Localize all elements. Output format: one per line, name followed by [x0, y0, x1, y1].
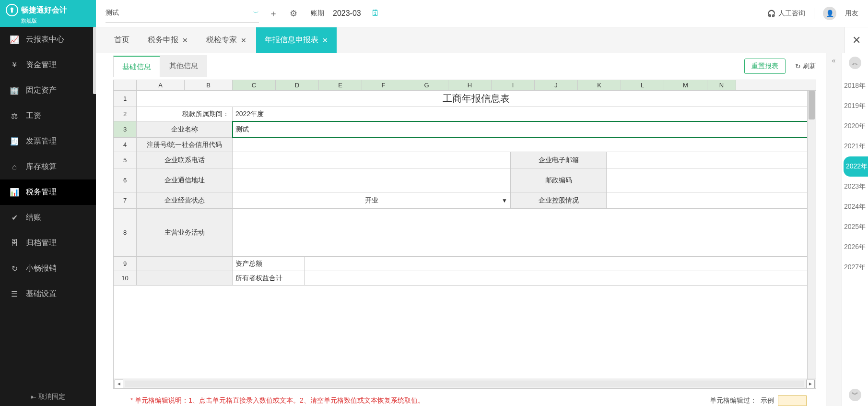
cell-postcode-value[interactable]	[607, 168, 816, 192]
year-2018[interactable]: 2018年	[842, 76, 868, 96]
tab-tax-declare[interactable]: 税务申报✕	[139, 27, 197, 53]
cell-equity-label[interactable]: 所有者权益合计	[233, 271, 305, 285]
tab-home[interactable]: 首页	[106, 27, 138, 53]
sidebar-unpin[interactable]: ⇤ 取消固定	[0, 388, 96, 406]
cell-assets-label[interactable]: 资产总额	[233, 257, 305, 271]
company-select[interactable]: 测试 ﹀	[106, 4, 259, 23]
sidebar-item-closing[interactable]: ✔结账	[0, 205, 96, 230]
cell-company-name-value[interactable]: 测试	[233, 121, 816, 137]
col-J[interactable]: J	[535, 80, 578, 90]
row-header-5[interactable]: 5	[114, 152, 137, 168]
row-header-4[interactable]: 4	[114, 138, 137, 152]
cell-assets-value[interactable]	[305, 257, 816, 271]
year-2025[interactable]: 2025年	[842, 217, 868, 237]
consult-link[interactable]: 🎧 人工咨询	[767, 9, 805, 18]
row-header-2[interactable]: 2	[114, 107, 137, 121]
col-B[interactable]: B	[185, 80, 233, 90]
sidebar-item-reports[interactable]: 📈云报表中心	[0, 27, 96, 52]
sidebar-item-settings[interactable]: ☰基础设置	[0, 281, 96, 307]
cell-reg-no-label[interactable]: 注册号/统一社会信用代码	[137, 138, 233, 152]
subtab-basic[interactable]: 基础信息	[113, 56, 160, 77]
tab-annual-report[interactable]: 年报信息申报表✕	[256, 27, 337, 53]
row-header-9[interactable]: 9	[114, 257, 137, 271]
gear-icon[interactable]: ⚙	[288, 8, 299, 19]
close-icon[interactable]: ✕	[322, 36, 328, 44]
cell-period-label[interactable]: 税款所属期间：	[137, 107, 233, 121]
cell-holding-value[interactable]	[607, 192, 816, 208]
cell-phone-value[interactable]	[233, 152, 511, 168]
sheet-title[interactable]: 工商年报信息表	[137, 91, 816, 107]
scroll-right-icon[interactable]: ►	[806, 380, 815, 388]
col-I[interactable]: I	[492, 80, 535, 90]
cell-phone-label[interactable]: 企业联系电话	[137, 152, 233, 168]
cell-email-label[interactable]: 企业电子邮箱	[511, 152, 607, 168]
sidebar-item-assets[interactable]: 🏢固定资产	[0, 78, 96, 103]
col-A[interactable]: A	[137, 80, 185, 90]
year-2023[interactable]: 2023年	[842, 177, 868, 197]
avatar[interactable]: 👤	[823, 7, 836, 20]
select-all-corner[interactable]	[114, 80, 137, 90]
close-all-icon[interactable]: ✕	[844, 27, 868, 53]
cell-address-label[interactable]: 企业通信地址	[137, 168, 233, 192]
col-D[interactable]: D	[276, 80, 319, 90]
scroll-thumb[interactable]	[809, 91, 815, 119]
sidebar-item-invoice[interactable]: 🧾发票管理	[0, 129, 96, 154]
refresh-button[interactable]: ↻ 刷新	[795, 62, 816, 71]
username[interactable]: 用友	[845, 9, 858, 18]
row-header-6[interactable]: 6	[114, 168, 137, 192]
cell-business-label[interactable]: 主营业务活动	[137, 209, 233, 256]
add-icon[interactable]: ＋	[268, 8, 279, 19]
row-header-1[interactable]: 1	[114, 91, 137, 107]
sidebar-item-tax[interactable]: 📊税务管理	[0, 179, 96, 205]
year-2019[interactable]: 2019年	[842, 96, 868, 116]
cell-equity-value[interactable]	[305, 271, 816, 285]
year-2024[interactable]: 2024年	[842, 197, 868, 217]
rail-down-icon[interactable]: ︾	[849, 389, 861, 401]
cell-r10-blank[interactable]	[137, 271, 233, 285]
col-N[interactable]: N	[707, 80, 736, 90]
cell-address-value[interactable]	[233, 168, 511, 192]
row-header-7[interactable]: 7	[114, 192, 137, 208]
cell-status-label[interactable]: 企业经营状态	[137, 192, 233, 208]
col-L[interactable]: L	[621, 80, 664, 90]
cell-email-value[interactable]	[607, 152, 816, 168]
cell-reg-no-value[interactable]	[233, 138, 816, 152]
rail-collapse[interactable]: «	[826, 53, 841, 406]
cell-company-name-label[interactable]: 企业名称	[137, 121, 233, 137]
period-value[interactable]: 2023-03	[333, 9, 361, 18]
sidebar-item-archive[interactable]: 🗄归档管理	[0, 230, 96, 256]
rail-up-icon[interactable]: ︽	[849, 57, 861, 69]
horizontal-scrollbar[interactable]: ◄ ►	[114, 379, 816, 388]
sidebar-item-expense[interactable]: ↻小畅报销	[0, 256, 96, 281]
col-E[interactable]: E	[319, 80, 362, 90]
tab-tax-expert[interactable]: 税检专家✕	[198, 27, 255, 53]
reset-button[interactable]: 重置报表	[744, 59, 786, 74]
cell-postcode-label[interactable]: 邮政编码	[511, 168, 607, 192]
sidebar-item-funds[interactable]: ￥资金管理	[0, 52, 96, 78]
year-2026[interactable]: 2026年	[842, 237, 868, 257]
col-M[interactable]: M	[664, 80, 707, 90]
row-header-10[interactable]: 10	[114, 271, 137, 285]
close-icon[interactable]: ✕	[182, 36, 188, 44]
col-K[interactable]: K	[578, 80, 621, 90]
cell-period-value[interactable]: 2022年度	[233, 107, 816, 121]
close-icon[interactable]: ✕	[241, 36, 246, 44]
vertical-scrollbar[interactable]	[807, 91, 816, 379]
col-C[interactable]: C	[233, 80, 276, 90]
cell-r9-blank[interactable]	[137, 257, 233, 271]
calendar-icon[interactable]: 🗓	[370, 8, 381, 19]
scroll-track[interactable]	[125, 381, 804, 387]
col-G[interactable]: G	[405, 80, 448, 90]
col-H[interactable]: H	[448, 80, 492, 90]
col-F[interactable]: F	[362, 80, 405, 90]
year-2020[interactable]: 2020年	[842, 116, 868, 136]
year-2021[interactable]: 2021年	[842, 136, 868, 156]
cell-holding-label[interactable]: 企业控股情况	[511, 192, 607, 208]
subtab-other[interactable]: 其他信息	[160, 55, 207, 77]
year-2022[interactable]: 2022年	[844, 156, 868, 177]
sidebar-item-inventory[interactable]: ⌂库存核算	[0, 154, 96, 179]
row-header-3[interactable]: 3	[114, 121, 137, 137]
sidebar-item-salary[interactable]: ⚖工资	[0, 103, 96, 129]
cell-business-value[interactable]	[233, 209, 816, 256]
row-header-8[interactable]: 8	[114, 209, 137, 256]
